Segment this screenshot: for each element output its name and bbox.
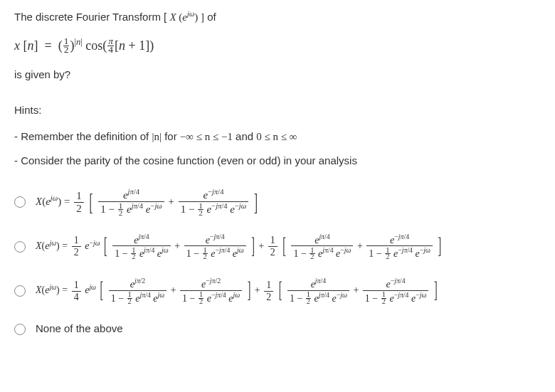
option-2[interactable]: X(ejω) = 12 e−jω [ ejπ/4 1 − 12 ejπ/4 ej… [14,233,541,261]
radio-icon[interactable] [14,241,26,253]
q1-post: of [207,11,216,23]
q1-pre: The discrete Fourier Transform [ [14,11,166,23]
q1-x: X (ejω) ] [169,11,204,23]
option-3[interactable]: X(ejω) = 14 ejω [ ejπ/2 1 − 12 ejπ/4 ejω… [14,277,541,305]
option-3-math: X(ejω) = 14 ejω [ ejπ/2 1 − 12 ejπ/4 ejω… [36,277,439,305]
option-4[interactable]: None of the above [14,321,541,337]
option-2-math: X(ejω) = 12 e−jω [ ejπ/4 1 − 12 ejπ/4 ej… [36,233,443,261]
option-4-label: None of the above [36,321,123,337]
radio-icon[interactable] [14,196,26,208]
question-formula: x [n] = (12)|n| cos(π4[n + 1]) [14,36,541,55]
question-line-1: The discrete Fourier Transform [ X (ejω)… [14,9,541,26]
question-line-3: is given by? [14,67,541,83]
hint-2: - Consider the parity of the cosine func… [14,153,541,169]
hint-1: - Remember the definition of |n| for −∞ … [14,129,541,145]
hints-header: Hints: [14,102,541,119]
radio-icon[interactable] [14,324,26,335]
radio-icon[interactable] [14,285,26,297]
option-1-math: X(ejω) = 12 [ ejπ/4 1 − 12 ejπ/4 e−jω + … [36,188,259,217]
option-1[interactable]: X(ejω) = 12 [ ejπ/4 1 − 12 ejπ/4 e−jω + … [14,188,541,217]
options-group: X(ejω) = 12 [ ejπ/4 1 − 12 ejπ/4 e−jω + … [14,188,541,337]
